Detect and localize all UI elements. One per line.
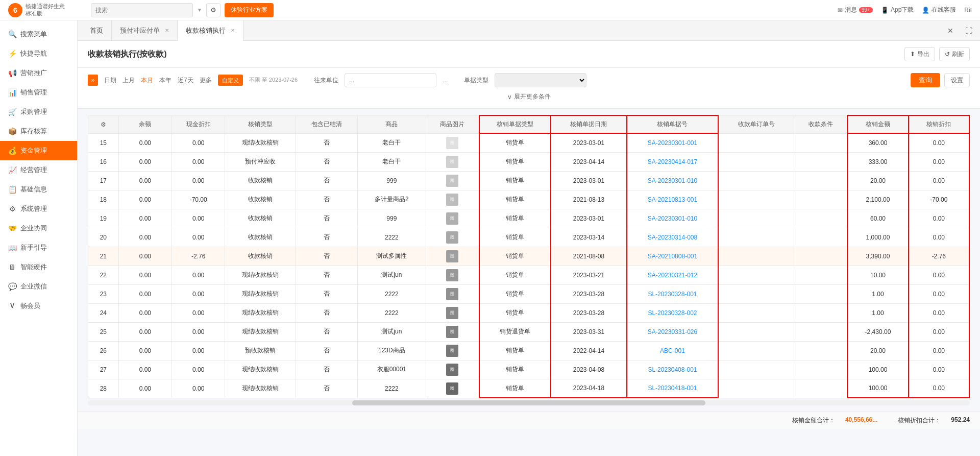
marketing-icon: 📢 <box>8 69 16 77</box>
cell-receipt-condition <box>794 360 847 379</box>
sidebar-item-sales[interactable]: 📊 销售管理 <box>0 83 77 102</box>
tab-home[interactable]: 首页 <box>82 20 112 41</box>
sidebar-item-basic[interactable]: 📋 基础信息 <box>0 180 77 199</box>
dropdown-arrow-icon[interactable]: ▼ <box>197 7 202 13</box>
bill-type-select[interactable] <box>495 73 586 87</box>
cell-verify-bill-no[interactable]: SA-20230301-001 <box>627 133 718 152</box>
cell-verify-bill-no[interactable]: SA-20230414-017 <box>627 152 718 171</box>
bill-no-link[interactable]: SA-20230301-010 <box>648 215 697 222</box>
cell-id: 15 <box>88 133 119 152</box>
cell-verify-amount: 100.00 <box>847 360 908 379</box>
tab-maximize-btn[interactable]: ⛶ <box>962 23 976 38</box>
custom-date-btn[interactable]: 自定义 <box>218 75 243 86</box>
bill-no-link[interactable]: SL-20230328-002 <box>648 309 697 317</box>
sidebar-item-operations[interactable]: 📈 经营管理 <box>0 160 77 180</box>
sidebar-item-inventory[interactable]: 📦 库存核算 <box>0 122 77 141</box>
sidebar-item-search[interactable]: 🔍 搜索菜单 <box>0 25 77 44</box>
from-unit-input[interactable] <box>345 73 436 87</box>
sidebar-item-finance[interactable]: 💰 资金管理 <box>0 141 77 160</box>
quick-icon: ⚡ <box>8 50 16 58</box>
sidebar-item-system[interactable]: ⚙ 系统管理 <box>0 199 77 219</box>
query-btn[interactable]: 查询 <box>911 73 940 87</box>
cell-verify-bill-no[interactable]: SL-20230408-001 <box>627 360 718 379</box>
sidebar-item-guide[interactable]: 📖 新手引导 <box>0 238 77 257</box>
refresh-btn[interactable]: ↺ 刷新 <box>939 47 970 61</box>
cell-verify-bill-no[interactable]: SL-20230328-001 <box>627 284 718 303</box>
sidebar-item-wechat[interactable]: 💬 企业微信 <box>0 277 77 296</box>
cell-product: 测试多属性 <box>357 247 426 266</box>
horizontal-scrollbar[interactable] <box>88 400 970 405</box>
bill-no-link[interactable]: SA-20210813-001 <box>648 196 697 203</box>
app-download-btn[interactable]: 📱 App下载 <box>881 6 914 14</box>
this-month-link[interactable]: 本月 <box>141 76 153 85</box>
bill-no-link[interactable]: SL-20230328-001 <box>648 291 697 298</box>
filter-toggle-btn[interactable]: » <box>88 75 98 86</box>
tab-verify[interactable]: 收款核销执行 ✕ <box>178 20 243 41</box>
bill-no-link[interactable]: ABC-001 <box>660 347 685 354</box>
cell-verify-type: 现结收款核销 <box>225 379 296 398</box>
messages-btn[interactable]: ✉ 消息 99+ <box>838 6 873 14</box>
cell-verify-bill-no[interactable]: SA-20210813-001 <box>627 190 718 209</box>
bill-no-link[interactable]: SA-20230314-008 <box>648 234 697 241</box>
tab-prepay[interactable]: 预付冲应付单 ✕ <box>112 20 178 41</box>
cell-verify-bill-no[interactable]: SA-20230321-012 <box>627 266 718 284</box>
bill-no-link[interactable]: SA-20230331-026 <box>648 328 697 335</box>
bill-no-link[interactable]: SA-20230321-012 <box>648 272 697 279</box>
cell-verify-bill-no[interactable]: SA-20230301-010 <box>627 171 718 190</box>
col-cash-discount: 现金折扣 <box>172 115 225 133</box>
cell-verify-bill-no[interactable]: SL-20230328-002 <box>627 303 718 322</box>
bill-no-link[interactable]: SA-20230301-001 <box>648 139 697 147</box>
cell-verify-bill-no[interactable]: SA-20210808-001 <box>627 247 718 266</box>
sales-icon: 📊 <box>8 88 16 97</box>
cell-verify-bill-no[interactable]: SA-20230331-026 <box>627 322 718 341</box>
industry-btn[interactable]: 休验行业方案 <box>225 3 274 17</box>
cell-product-img: 图 <box>426 133 479 152</box>
tab-close-all-btn[interactable]: ✕ <box>943 23 958 38</box>
export-btn[interactable]: ⬆ 导出 <box>904 47 935 61</box>
cell-verify-bill-no[interactable]: SA-20230301-010 <box>627 209 718 228</box>
tab-verify-close[interactable]: ✕ <box>231 28 235 33</box>
recent7-link[interactable]: 近7天 <box>178 76 193 85</box>
col-verify-bill-no: 核销单据号 <box>627 115 718 133</box>
setting-btn[interactable]: 设置 <box>944 73 970 87</box>
tab-prepay-close[interactable]: ✕ <box>165 28 169 33</box>
col-receipt-condition: 收款条件 <box>794 115 847 133</box>
settings-icon[interactable]: ⚙ <box>206 3 220 17</box>
expand-btn[interactable]: ∨ 展开更多条件 <box>503 90 555 103</box>
col-verify-bill-type: 核销单据类型 <box>479 115 551 133</box>
scrollbar-thumb[interactable] <box>352 400 705 405</box>
cell-verify-bill-no[interactable]: ABC-001 <box>627 341 718 360</box>
sidebar-item-hardware[interactable]: 🖥 智能硬件 <box>0 257 77 277</box>
cell-verify-type: 收款核销 <box>225 190 296 209</box>
top-search-input[interactable] <box>91 3 193 17</box>
this-year-link[interactable]: 本年 <box>159 76 172 85</box>
cell-product-img: 图 <box>426 284 479 303</box>
bill-no-link[interactable]: SA-20230301-010 <box>648 177 697 184</box>
sidebar-item-quick[interactable]: ⚡ 快捷导航 <box>0 44 77 63</box>
user-name[interactable]: Rit <box>964 7 972 14</box>
cell-cash-discount: 0.00 <box>172 171 225 190</box>
bill-no-link[interactable]: SA-20210808-001 <box>648 253 697 260</box>
top-bar: 6 畅捷通谱好生意 标准版 ▼ ⚙ 休验行业方案 ✉ 消息 99+ 📱 App下… <box>0 0 980 20</box>
cell-verify-bill-type: 销货单 <box>479 341 551 360</box>
col-gear[interactable]: ⚙ <box>88 115 119 133</box>
sidebar-item-enterprise[interactable]: 🤝 企业协同 <box>0 219 77 238</box>
bill-no-link[interactable]: SA-20230414-017 <box>648 158 697 165</box>
cell-product: 老白干 <box>357 152 426 171</box>
prev-month-link[interactable]: 上月 <box>122 76 135 85</box>
cell-verify-bill-no[interactable]: SL-20230418-001 <box>627 379 718 398</box>
col-balance: 余额 <box>118 115 172 133</box>
online-service-btn[interactable]: 👤 在线客服 <box>922 6 956 14</box>
cell-verify-type: 现结收款核销 <box>225 133 296 152</box>
bill-no-link[interactable]: SL-20230408-001 <box>648 366 697 373</box>
from-unit-label: 往来单位 <box>314 76 338 85</box>
bill-no-link[interactable]: SL-20230418-001 <box>648 385 697 392</box>
cell-product: 2222 <box>357 379 426 398</box>
cell-product-img: 图 <box>426 228 479 247</box>
cell-verify-bill-no[interactable]: SA-20230314-008 <box>627 228 718 247</box>
sidebar-item-member[interactable]: V 畅会员 <box>0 296 77 316</box>
more-date-link[interactable]: 更多 <box>200 76 212 85</box>
sidebar-item-purchase[interactable]: 🛒 采购管理 <box>0 102 77 122</box>
sidebar-item-marketing[interactable]: 📢 营销推广 <box>0 63 77 83</box>
cell-verify-amount: 20.00 <box>847 341 908 360</box>
